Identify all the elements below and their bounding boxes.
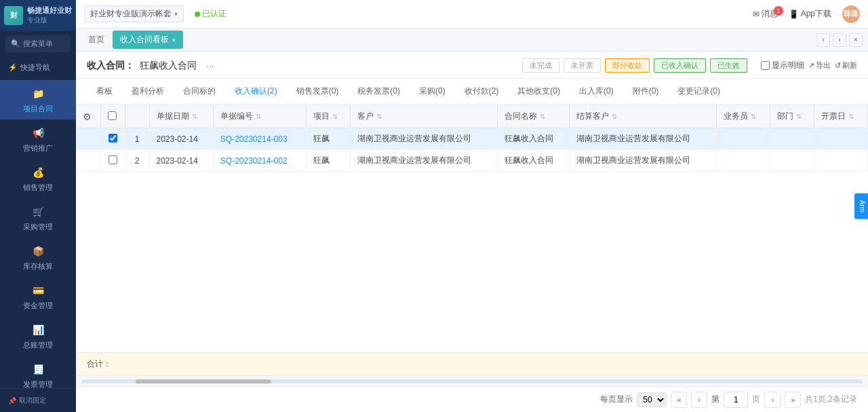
topbar: 好业财专业版演示帐套 ▾ 已认证 ✉ 1 消息 📱 App下载 珠珠	[76, 0, 868, 29]
search-menu-button[interactable]: 🔍 搜索菜单	[5, 35, 71, 52]
select-all-checkbox[interactable]	[108, 111, 117, 120]
row2-project-cell: 狂飙	[306, 150, 350, 172]
subnav-item-change-record[interactable]: 变更记录(0)	[668, 79, 730, 105]
row1-contract-cell: 狂飙收入合同	[497, 128, 570, 150]
subnav-item-tax-invoice[interactable]: 税务发票(0)	[348, 79, 410, 105]
page-size-select[interactable]: 50	[637, 392, 667, 407]
th-dept[interactable]: 部门⇅	[770, 105, 814, 128]
subnav-item-attachment[interactable]: 附件(0)	[623, 79, 669, 105]
subnav-item-inout-storage[interactable]: 出入库(0)	[570, 79, 623, 105]
row2-settle-cell: 湖南卫视商业运营发展有限公司	[570, 150, 716, 172]
tab-income-contract[interactable]: 收入合同看板 ×	[113, 31, 183, 49]
table-row[interactable]: 2 2023-02-14 SQ-20230214-002 狂飙 湖南卫视商业运营…	[76, 150, 868, 172]
row1-code-link[interactable]: SQ-20230214-003	[220, 134, 288, 144]
status-not-invoiced[interactable]: 未开票	[564, 58, 601, 73]
scroll-area	[76, 375, 868, 386]
sidebar-item-purchase[interactable]: 🛒 采购管理	[0, 198, 76, 238]
th-date[interactable]: 单据日期⇅	[149, 105, 213, 128]
sidebar-nav: 📁 项目合同 📢 营销推广 💰 销售管理 🛒 采购管理 📦 库存核算 💳 资金管…	[0, 80, 76, 388]
subnav-item-payment[interactable]: 收付款(2)	[455, 79, 509, 105]
tab-prev-button[interactable]: ‹	[816, 33, 830, 47]
subnav-item-purchase[interactable]: 采购(0)	[410, 79, 455, 105]
app-download-button[interactable]: 📱 App下载	[789, 8, 831, 20]
th-project[interactable]: 项目⇅	[306, 105, 350, 128]
sort-project-icon: ⇅	[332, 113, 338, 120]
page-number-input[interactable]	[724, 392, 748, 408]
subnav-item-sales-invoice[interactable]: 销售发票(0)	[287, 79, 349, 105]
page-title-name: 狂飙收入合同	[140, 60, 197, 72]
status-income-confirmed[interactable]: 已收入确认	[654, 58, 706, 73]
export-button[interactable]: ↗ 导出	[808, 60, 831, 71]
sidebar-search-area[interactable]: 🔍 搜索菜单	[0, 31, 76, 56]
row2-gear-cell	[76, 150, 100, 172]
scrollbar-thumb[interactable]	[136, 379, 271, 383]
row1-code-cell[interactable]: SQ-20230214-003	[213, 128, 306, 150]
marketing-icon: 📢	[30, 125, 46, 141]
first-page-button[interactable]: «	[671, 392, 687, 408]
sidebar-item-fund[interactable]: 💳 资金管理	[0, 277, 76, 316]
row2-salesperson-cell	[716, 150, 770, 172]
sidebar-item-marketing[interactable]: 📢 营销推广	[0, 119, 76, 159]
row2-code-link[interactable]: SQ-20230214-002	[220, 156, 288, 166]
subnav-item-contract-subject[interactable]: 合同标的	[174, 79, 225, 105]
content-area: 收入合同： 狂飙收入合同 ··· 未完成 未开票 部分收款 已收入确认 已生效 …	[76, 52, 868, 412]
show-detail-checkbox-label[interactable]: 显示明细	[761, 60, 804, 71]
tab-home[interactable]: 首页	[81, 31, 111, 48]
quick-nav-item[interactable]: ⚡ 快捷导航	[0, 56, 76, 80]
column-settings-button[interactable]: ⚙	[83, 111, 92, 122]
th-settle-customer[interactable]: 结算客户⇅	[570, 105, 716, 128]
project-contract-icon: 📁	[30, 86, 46, 102]
right-action-panel: Arm	[854, 193, 868, 219]
sidebar-item-invoice[interactable]: 🧾 发票管理	[0, 356, 76, 388]
row2-checkbox[interactable]	[108, 155, 117, 164]
show-detail-checkbox[interactable]	[761, 61, 770, 70]
th-settings: ⚙	[76, 105, 100, 128]
status-not-complete[interactable]: 未完成	[522, 58, 559, 73]
user-avatar[interactable]: 珠珠	[842, 5, 860, 23]
next-page-button[interactable]: ›	[764, 392, 781, 408]
unpin-icon: 📌	[8, 397, 16, 405]
row2-open-date-cell	[814, 150, 867, 172]
table-row[interactable]: 1 2023-02-14 SQ-20230214-003 狂飙 湖南卫视商业运营…	[76, 128, 868, 150]
right-panel-button[interactable]: Arm	[854, 193, 868, 219]
th-contract[interactable]: 合同名称⇅	[497, 105, 570, 128]
subnav-item-other-income[interactable]: 其他收支(0)	[508, 79, 570, 105]
th-code[interactable]: 单据编号⇅	[213, 105, 306, 128]
th-customer[interactable]: 客户⇅	[351, 105, 497, 128]
row1-checkbox[interactable]	[108, 134, 117, 143]
row1-settle-cell: 湖南卫视商业运营发展有限公司	[570, 128, 716, 150]
subnav-item-profit[interactable]: 盈利分析	[122, 79, 174, 105]
last-page-button[interactable]: »	[785, 392, 801, 408]
page-title-prefix: 收入合同：	[87, 60, 134, 72]
tab-close-all-button[interactable]: ×	[849, 33, 863, 47]
sidebar-item-sales[interactable]: 💰 销售管理	[0, 159, 76, 198]
tab-next-button[interactable]: ›	[833, 33, 846, 47]
th-open-date[interactable]: 开票日⇅	[814, 105, 867, 128]
refresh-button[interactable]: ↺ 刷新	[835, 60, 857, 71]
invoice-icon: 🧾	[30, 361, 46, 377]
scrollbar-track[interactable]	[81, 379, 863, 383]
prev-page-button[interactable]: ‹	[691, 392, 707, 408]
row1-checkbox-cell[interactable]	[100, 128, 125, 150]
sort-salesperson-icon: ⇅	[751, 113, 756, 120]
purchase-icon: 🛒	[30, 204, 46, 220]
total-info: 共1页,2条记录	[805, 394, 857, 405]
sidebar-item-inventory[interactable]: 📦 库存核算	[0, 238, 76, 277]
company-selector[interactable]: 好业财专业版演示帐套 ▾	[84, 5, 184, 22]
more-button[interactable]: ···	[202, 59, 218, 73]
row2-checkbox-cell[interactable]	[100, 150, 125, 172]
sidebar-item-ledger[interactable]: 📊 总账管理	[0, 316, 76, 356]
subnav-item-board[interactable]: 看板	[87, 79, 122, 105]
inventory-icon: 📦	[30, 243, 46, 259]
subnav-item-income-confirm[interactable]: 收入确认(2)	[225, 79, 287, 105]
tab-close-icon[interactable]: ×	[172, 36, 176, 44]
row2-contract-cell: 狂飙收入合同	[497, 150, 570, 172]
row2-code-cell[interactable]: SQ-20230214-002	[213, 150, 306, 172]
sidebar-item-project-contract[interactable]: 📁 项目合同	[0, 80, 76, 119]
status-effective[interactable]: 已生效	[710, 58, 747, 73]
unpin-button[interactable]: 📌 取消固定	[4, 393, 72, 408]
status-partial-received[interactable]: 部分收款	[605, 58, 650, 73]
sidebar: 财 畅捷通好业财 专业版 🔍 搜索菜单 ⚡ 快捷导航 📁 项目合同 📢 营销推广…	[0, 0, 76, 412]
message-button[interactable]: ✉ 1 消息	[753, 8, 778, 20]
th-salesperson[interactable]: 业务员⇅	[716, 105, 770, 128]
